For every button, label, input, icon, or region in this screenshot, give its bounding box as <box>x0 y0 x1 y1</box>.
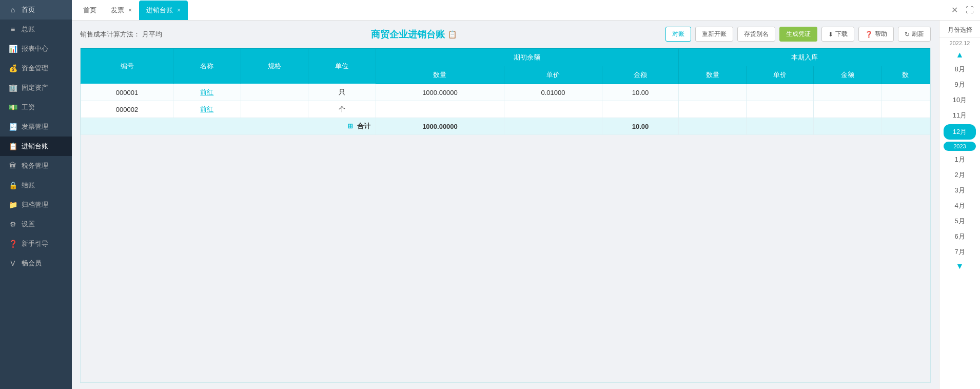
month-item-1[interactable]: 1月 <box>939 152 980 167</box>
save-name-button[interactable]: 存货别名 <box>737 27 775 42</box>
sidebar-item-salary[interactable]: 💵 工资 <box>0 98 72 117</box>
sidebar-item-purchase-sales[interactable]: 📋 进销台账 <box>0 137 72 156</box>
total-icon: ⊞ <box>347 122 353 130</box>
info-icon[interactable]: 📋 <box>448 30 457 38</box>
cell-begin-price: 0.01000 <box>504 84 602 101</box>
funds-icon: 💰 <box>8 64 17 72</box>
guide-icon: ❓ <box>8 240 17 248</box>
month-item-8[interactable]: 8月 <box>939 62 980 77</box>
cell-no: 000001 <box>81 84 173 101</box>
tab-invoice-close[interactable]: × <box>128 7 132 14</box>
sidebar-item-label: 固定资产 <box>22 83 48 92</box>
month-item-2[interactable]: 2月 <box>939 167 980 183</box>
table-row: 000001 前红 只 1000.00000 0.01000 10.00 <box>81 84 930 101</box>
scroll-up-button[interactable]: ▲ <box>939 48 980 62</box>
ledger-icon: ≡ <box>8 25 17 33</box>
reopen-button[interactable]: 重新开账 <box>695 27 733 42</box>
cell-in-amount <box>814 84 881 101</box>
sidebar-item-ledger[interactable]: ≡ 总账 <box>0 20 72 39</box>
tab-invoice[interactable]: 发票 × <box>104 1 139 20</box>
sidebar-item-tax[interactable]: 🏛 税务管理 <box>0 156 72 176</box>
cell-begin-amount: 10.00 <box>602 84 679 101</box>
salary-icon: 💵 <box>8 103 17 111</box>
col-header-unit: 单位 <box>308 49 376 84</box>
month-item-10[interactable]: 10月 <box>939 92 980 108</box>
cell-name[interactable]: 前红 <box>173 101 241 118</box>
assets-icon: 🏢 <box>8 84 17 92</box>
window-close-button[interactable]: ✕ <box>948 4 961 16</box>
sidebar-item-label: 报表中心 <box>22 44 48 53</box>
cell-in-price <box>746 101 813 118</box>
year-2023-badge: 2023 <box>944 142 976 151</box>
cell-begin-qty <box>376 101 504 118</box>
sidebar-item-archive[interactable]: 📁 归档管理 <box>0 195 72 215</box>
help-button[interactable]: ❓ 帮助 <box>858 27 894 42</box>
sidebar-item-label: 总账 <box>22 25 35 34</box>
vip-icon: V <box>8 259 17 267</box>
tab-invoice-label: 发票 <box>111 6 124 15</box>
sidebar-item-home[interactable]: ⌂ 首页 <box>0 0 72 20</box>
cell-unit: 只 <box>308 84 376 101</box>
download-button[interactable]: ⬇ 下载 <box>821 27 854 42</box>
reports-icon: 📊 <box>8 45 17 53</box>
sidebar-item-label: 新手引导 <box>22 239 48 248</box>
tab-purchase-sales[interactable]: 进销台账 × <box>139 1 188 20</box>
match-button[interactable]: 对账 <box>665 27 691 42</box>
sidebar-item-label: 结账 <box>22 181 35 190</box>
total-row: ⊞ 合计 1000.00000 10.00 <box>81 118 930 135</box>
total-in-extra <box>881 118 930 135</box>
sidebar-item-close[interactable]: 🔒 结账 <box>0 176 72 195</box>
cost-method-value: 月平均 <box>142 30 162 38</box>
cell-in-extra <box>881 101 930 118</box>
sidebar-item-guide[interactable]: ❓ 新手引导 <box>0 234 72 254</box>
month-item-12[interactable]: 12月 <box>944 124 976 140</box>
sidebar-item-funds[interactable]: 💰 资金管理 <box>0 59 72 78</box>
table-row: 000002 前红 个 <box>81 101 930 118</box>
refresh-icon: ↻ <box>905 31 910 38</box>
window-maximize-button[interactable]: ⛶ <box>964 4 976 16</box>
tab-home[interactable]: 首页 <box>76 1 104 20</box>
sidebar-item-assets[interactable]: 🏢 固定资产 <box>0 78 72 98</box>
sidebar-item-invoice[interactable]: 🧾 发票管理 <box>0 117 72 137</box>
archive-icon: 📁 <box>8 201 17 209</box>
month-item-11[interactable]: 11月 <box>939 108 980 123</box>
refresh-button[interactable]: ↻ 刷新 <box>898 27 931 42</box>
year-2022-label: 2022.12 <box>939 38 980 48</box>
col-header-in-extra: 数 <box>881 66 930 84</box>
col-header-begin-price: 单价 <box>504 66 602 84</box>
page-title: 商贸企业进销台账 <box>371 28 445 41</box>
sidebar-item-label: 资金管理 <box>22 64 48 73</box>
col-header-in-price: 单价 <box>746 66 813 84</box>
month-item-4[interactable]: 4月 <box>939 198 980 213</box>
cell-name[interactable]: 前红 <box>173 84 241 101</box>
sidebar-item-label: 设置 <box>22 220 35 229</box>
month-item-6[interactable]: 6月 <box>939 229 980 244</box>
cell-in-qty <box>679 84 746 101</box>
col-header-in-amount: 金额 <box>814 66 881 84</box>
sidebar-item-label: 进销台账 <box>22 142 48 151</box>
month-item-3[interactable]: 3月 <box>939 183 980 198</box>
data-table-container: 编号 名称 规格 单位 期初余额 本期入库 数量 单价 金额 数量 <box>80 48 931 383</box>
total-in-amount <box>814 118 881 135</box>
sidebar-item-settings[interactable]: ⚙ 设置 <box>0 215 72 234</box>
cell-in-extra <box>881 84 930 101</box>
help-icon: ❓ <box>865 31 873 38</box>
tab-purchase-sales-close[interactable]: × <box>177 7 181 14</box>
sidebar-item-label: 畅会员 <box>22 259 42 268</box>
month-item-9[interactable]: 9月 <box>939 77 980 92</box>
sidebar-item-reports[interactable]: 📊 报表中心 <box>0 39 72 59</box>
tab-purchase-sales-label: 进销台账 <box>146 6 173 15</box>
col-header-period-begin: 期初余额 <box>376 49 679 67</box>
month-item-7[interactable]: 7月 <box>939 244 980 260</box>
home-icon: ⌂ <box>8 6 17 14</box>
cell-no: 000002 <box>81 101 173 118</box>
scroll-down-button[interactable]: ▼ <box>939 260 980 273</box>
sidebar-item-vip[interactable]: V 畅会员 <box>0 254 72 273</box>
tab-bar: 首页 发票 × 进销台账 × ✕ ⛶ <box>72 0 980 21</box>
tax-icon: 🏛 <box>8 162 17 170</box>
generate-voucher-button[interactable]: 生成凭证 <box>779 27 817 42</box>
cost-method-label: 销售成本计算方法： <box>80 30 140 38</box>
cell-in-qty <box>679 101 746 118</box>
month-item-5[interactable]: 5月 <box>939 213 980 229</box>
cell-spec <box>241 101 308 118</box>
